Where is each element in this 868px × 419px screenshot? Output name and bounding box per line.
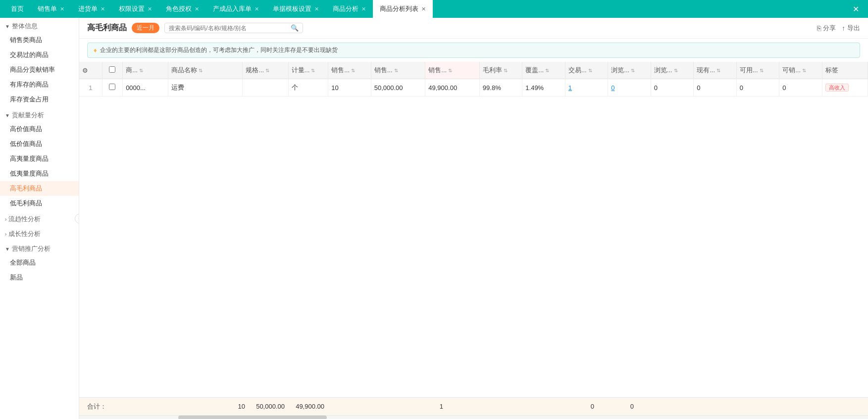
th-settings[interactable]: ⚙: [79, 62, 102, 79]
sidebar-item-stocked-goods[interactable]: 有库存的商品: [0, 77, 79, 92]
footer-values: 10 50,000.00 49,900.00 1 0 0: [116, 403, 860, 410]
cell-name: 运费: [168, 79, 243, 96]
th-code-label: 商...: [126, 66, 138, 75]
close-window-btn[interactable]: ✕: [848, 4, 864, 14]
sort-gross-rate-icon: ⇅: [504, 68, 508, 73]
row-checkbox[interactable]: [109, 84, 115, 90]
search-input[interactable]: [169, 25, 289, 32]
table-header-row: ⚙ 商... ⇅ 商品名称: [79, 62, 868, 79]
cell-coverage: 1.49%: [522, 79, 565, 96]
cell-gross-rate: 99.8%: [479, 79, 522, 96]
sort-transactions-icon: ⇅: [588, 68, 592, 73]
sidebar-item-low-value[interactable]: 低价值商品: [0, 137, 79, 151]
footer-sales-amount: 50,000.00: [255, 403, 295, 410]
group-arrow-contribution: ▼: [5, 113, 10, 118]
sidebar-item-contribution-rate[interactable]: 商品分贡献销率: [0, 62, 79, 77]
sort-name-icon: ⇅: [199, 68, 203, 73]
close-analysis-list-tab[interactable]: ✕: [421, 6, 426, 12]
nav-sales[interactable]: 销售单 ✕: [31, 0, 71, 18]
sidebar-item-low-margin[interactable]: 低毛利商品: [0, 196, 79, 211]
nav-purchase[interactable]: 进货单 ✕: [71, 0, 112, 18]
select-all-checkbox[interactable]: [109, 66, 115, 73]
cell-sellable: 0: [779, 79, 822, 96]
th-tag[interactable]: 标签: [822, 62, 868, 79]
sidebar-item-sales-goods[interactable]: 销售类商品: [0, 33, 79, 47]
cell-checkbox[interactable]: [102, 79, 123, 96]
th-available[interactable]: 可用... ⇅: [736, 62, 779, 79]
transaction-link[interactable]: 1: [568, 84, 572, 92]
scroll-thumb[interactable]: [178, 416, 327, 419]
th-name[interactable]: 商品名称 ⇅: [168, 62, 243, 79]
th-sales-qty[interactable]: 销售... ⇅: [328, 62, 371, 79]
cell-available: 0: [736, 79, 779, 96]
th-coverage[interactable]: 覆盖... ⇅: [522, 62, 565, 79]
data-table: ⚙ 商... ⇅ 商品名称: [79, 62, 868, 96]
th-checkbox[interactable]: [102, 62, 123, 79]
th-gross-rate[interactable]: 毛利率 ⇅: [479, 62, 522, 79]
th-transactions[interactable]: 交易... ⇅: [565, 62, 608, 79]
sidebar-item-stock-capital[interactable]: 库存资金占用: [0, 92, 79, 107]
close-sales-tab[interactable]: ✕: [60, 6, 64, 12]
search-icon[interactable]: 🔍: [291, 24, 299, 32]
sidebar-item-traded-goods[interactable]: 交易过的商品: [0, 47, 79, 62]
sort-code-icon: ⇅: [139, 68, 143, 73]
close-role-tab[interactable]: ✕: [195, 6, 199, 12]
sort-browse1-icon: ⇅: [631, 68, 635, 73]
group-arrow-overall: ▼: [5, 24, 10, 29]
th-browse2[interactable]: 浏览... ⇅: [651, 62, 693, 79]
th-coverage-label: 覆盖...: [525, 66, 544, 75]
sidebar-group-trend[interactable]: › 流趋性分析: [0, 211, 79, 226]
nav-permission[interactable]: 权限设置 ✕: [112, 0, 159, 18]
th-sellable-label: 可销...: [782, 66, 801, 75]
footer-spacer2: [334, 403, 374, 410]
footer-label: 合计：: [87, 402, 106, 411]
sidebar-group-marketing[interactable]: ▼ 营销推广分析: [0, 240, 79, 255]
table-wrapper: ⚙ 商... ⇅ 商品名称: [79, 62, 868, 230]
horizontal-scrollbar[interactable]: [79, 415, 868, 419]
nav-home[interactable]: 首页: [4, 0, 31, 18]
share-btn[interactable]: ⎘ 分享: [817, 24, 836, 33]
th-browse2-label: 浏览...: [654, 66, 672, 75]
th-sales-amount[interactable]: 销售... ⇅: [371, 62, 425, 79]
close-permission-tab[interactable]: ✕: [148, 6, 152, 12]
sidebar-group-overall[interactable]: ▼ 整体信息: [0, 18, 79, 33]
nav-analysis-list[interactable]: 商品分析列表 ✕: [373, 0, 433, 18]
th-sales-profit[interactable]: 销售... ⇅: [425, 62, 480, 79]
nav-template[interactable]: 单据模板设置 ✕: [266, 0, 326, 18]
browse1-link[interactable]: 0: [611, 84, 614, 92]
th-unit[interactable]: 计量... ⇅: [288, 62, 328, 79]
group-arrow-marketing: ▼: [5, 246, 10, 252]
close-purchase-tab[interactable]: ✕: [101, 6, 105, 12]
close-inbound-tab[interactable]: ✕: [255, 6, 259, 12]
nav-role[interactable]: 角色授权 ✕: [159, 0, 206, 18]
sort-coverage-icon: ⇅: [545, 68, 549, 73]
sidebar-item-high-volume[interactable]: 高夷量度商品: [0, 151, 79, 166]
sidebar-group-growth[interactable]: › 成长性分析: [0, 226, 79, 240]
footer-transactions: 1: [413, 403, 453, 410]
th-code[interactable]: 商... ⇅: [123, 62, 168, 79]
th-browse1-label: 浏览...: [611, 66, 629, 75]
sort-current-stock-icon: ⇅: [716, 68, 720, 73]
cell-current-stock: 0: [694, 79, 736, 96]
sidebar-item-high-value[interactable]: 高价值商品: [0, 122, 79, 137]
nav-analysis[interactable]: 商品分析 ✕: [326, 0, 373, 18]
close-template-tab[interactable]: ✕: [314, 6, 319, 12]
sidebar-group-contribution[interactable]: ▼ 贡献量分析: [0, 107, 79, 122]
sidebar-item-low-volume[interactable]: 低夷量度商品: [0, 166, 79, 181]
close-analysis-tab[interactable]: ✕: [361, 6, 366, 12]
sidebar-item-all-goods[interactable]: 全部商品: [0, 255, 79, 270]
th-spec-label: 规格...: [246, 66, 264, 75]
settings-icon: ⚙: [82, 67, 88, 74]
export-btn[interactable]: ↑ 导出: [842, 24, 860, 33]
sidebar-item-high-margin[interactable]: 高毛利商品: [0, 181, 79, 196]
th-browse1[interactable]: 浏览... ⇅: [608, 62, 651, 79]
footer-sales-profit: 49,900.00: [295, 403, 334, 410]
nav-inbound[interactable]: 产成品入库单 ✕: [206, 0, 266, 18]
th-current-stock[interactable]: 现有... ⇅: [694, 62, 736, 79]
filter-recent-month-btn[interactable]: 近一月: [132, 23, 159, 33]
th-sellable[interactable]: 可销... ⇅: [779, 62, 822, 79]
footer-available: 0: [564, 403, 604, 410]
main-layout: « ▼ 整体信息 销售类商品 交易过的商品 商品分贡献销率 有库存的商品 库存资…: [0, 18, 868, 419]
th-spec[interactable]: 规格... ⇅: [243, 62, 288, 79]
sidebar-item-new-goods[interactable]: 新品: [0, 270, 79, 285]
